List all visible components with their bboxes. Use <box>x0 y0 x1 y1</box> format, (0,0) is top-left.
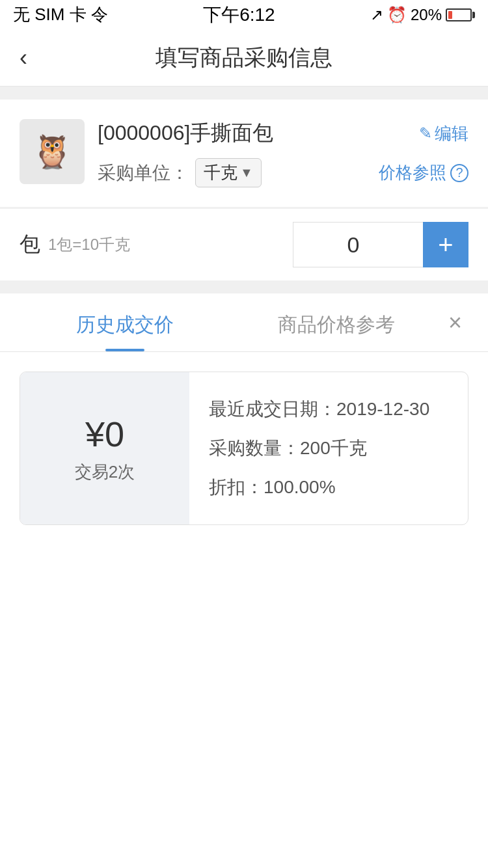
purchase-qty-label: 采购数量： <box>209 438 300 458</box>
recent-date-row: 最近成交日期：2019-12-30 <box>209 396 448 423</box>
product-name-row: [0000006]手撕面包 ✎ 编辑 <box>98 119 468 148</box>
price-currency: ¥ <box>85 414 105 454</box>
tab-product-price-ref[interactable]: 商品价格参考 <box>230 293 441 351</box>
status-left: 无 SIM 卡 令 <box>13 3 108 26</box>
product-thumbnail: 🦉 <box>32 135 72 168</box>
status-right: ↗ ⏰ 20% <box>370 6 475 24</box>
sim-label: 无 SIM 卡 令 <box>13 3 108 26</box>
price-reference-button[interactable]: 价格参照 ? <box>379 161 468 184</box>
recent-date-value: 2019-12-30 <box>336 399 429 419</box>
unit-label: 采购单位： 千克 ▼ <box>98 158 262 187</box>
quantity-hint: 1包=10千克 <box>48 234 130 255</box>
tab1-label: 历史成交价 <box>76 314 174 335</box>
battery-icon <box>446 8 475 21</box>
edit-label: 编辑 <box>435 122 468 145</box>
status-bar: 无 SIM 卡 令 下午6:12 ↗ ⏰ 20% <box>0 0 488 29</box>
product-card: 🦉 [0000006]手撕面包 ✎ 编辑 采购单位： 千克 ▼ <box>0 100 488 207</box>
tab-content: ¥0 交易2次 最近成交日期：2019-12-30 采购数量：200千克 折扣：… <box>0 352 488 545</box>
purchase-qty-value: 200千克 <box>300 438 367 458</box>
price-value: 0 <box>105 414 124 454</box>
discount-label: 折扣： <box>209 477 264 497</box>
battery-percent: 20% <box>411 6 442 24</box>
tab-history-price[interactable]: 历史成交价 <box>20 293 230 351</box>
unit-select-arrow: ▼ <box>240 165 253 180</box>
price-card-left: ¥0 交易2次 <box>20 372 189 524</box>
discount-row: 折扣：100.00% <box>209 474 448 501</box>
quantity-control: + <box>293 222 468 267</box>
page-title: 填写商品采购信息 <box>156 43 332 73</box>
quantity-input[interactable] <box>293 222 423 267</box>
product-name: [0000006]手撕面包 <box>98 119 273 148</box>
price-ref-label: 价格参照 <box>379 161 446 184</box>
location-icon: ↗ <box>370 6 383 24</box>
quantity-row: 包 1包=10千克 + <box>0 208 488 280</box>
quantity-unit: 包 <box>20 230 40 259</box>
quantity-label: 包 1包=10千克 <box>20 230 130 259</box>
status-time: 下午6:12 <box>203 3 275 27</box>
unit-select[interactable]: 千克 ▼ <box>195 158 262 187</box>
product-image: 🦉 <box>20 119 85 184</box>
bottom-area <box>0 545 488 868</box>
unit-text: 采购单位： <box>98 161 189 185</box>
product-header: 🦉 [0000006]手撕面包 ✎ 编辑 采购单位： 千克 ▼ <box>20 119 468 187</box>
nav-bar: ‹ 填写商品采购信息 <box>0 29 488 87</box>
tabs-panel: 历史成交价 商品价格参考 × ¥0 交易2次 最近成交日期：2019-12-30… <box>0 293 488 545</box>
product-info: [0000006]手撕面包 ✎ 编辑 采购单位： 千克 ▼ 价格参照 <box>98 119 468 187</box>
alarm-icon: ⏰ <box>387 6 407 24</box>
recent-date-label: 最近成交日期： <box>209 399 336 419</box>
tabs-header: 历史成交价 商品价格参考 × <box>0 293 488 352</box>
quantity-plus-button[interactable]: + <box>423 222 468 267</box>
price-card: ¥0 交易2次 最近成交日期：2019-12-30 采购数量：200千克 折扣：… <box>20 372 468 525</box>
discount-value: 100.00% <box>264 477 336 497</box>
purchase-qty-row: 采购数量：200千克 <box>209 435 448 462</box>
price-card-right: 最近成交日期：2019-12-30 采购数量：200千克 折扣：100.00% <box>189 372 468 524</box>
tab2-label: 商品价格参考 <box>278 314 395 335</box>
unit-value: 千克 <box>204 161 237 184</box>
product-unit-row: 采购单位： 千克 ▼ 价格参照 ? <box>98 158 468 187</box>
price-amount: ¥0 <box>85 414 124 454</box>
price-ref-icon: ? <box>450 164 468 182</box>
edit-button[interactable]: ✎ 编辑 <box>419 122 468 145</box>
edit-icon: ✎ <box>419 124 432 142</box>
price-trade-count: 交易2次 <box>75 461 135 483</box>
back-button[interactable]: ‹ <box>20 44 27 72</box>
tabs-close-button[interactable]: × <box>442 296 468 349</box>
tab-underline <box>105 349 144 351</box>
